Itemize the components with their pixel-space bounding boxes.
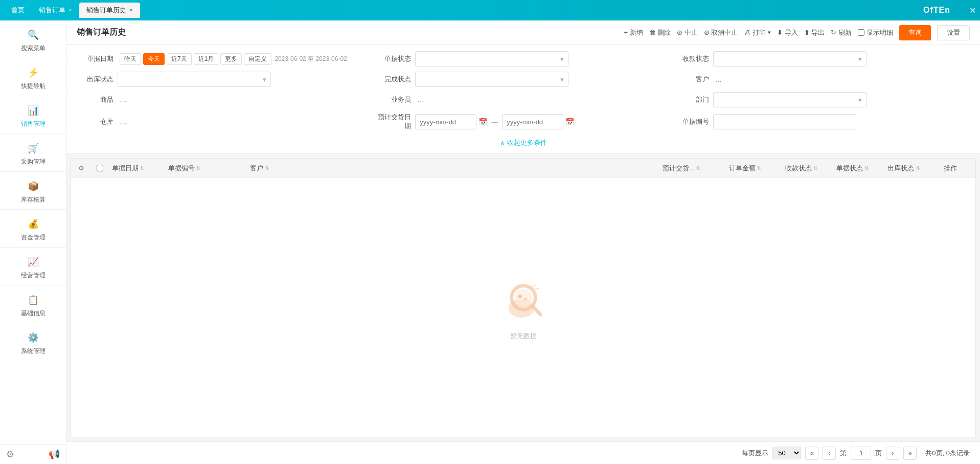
filter-row-3: 商品 ... 业务员 ... 部门 ▾: [77, 92, 970, 107]
collapse-label: 收起更多条件: [507, 138, 547, 147]
th-doc-no[interactable]: 单据编号 ⇅: [165, 164, 247, 173]
department-select[interactable]: ▾: [713, 92, 867, 107]
complete-status-label: 完成状态: [374, 75, 415, 84]
th-checkbox[interactable]: [94, 165, 109, 171]
customer-dots[interactable]: ...: [713, 75, 724, 84]
customer-label: 客户: [672, 75, 713, 84]
th-settings[interactable]: ⚙: [75, 164, 94, 172]
th-doc-status-sort: ⇅: [864, 165, 869, 171]
sidebar: 🔍 搜索菜单 ⚡ 快捷导航 📊 销售管理 🛒 采购管理 📦 库存核算 💰 资金管…: [0, 20, 66, 464]
tab-sales-order-history-close[interactable]: ×: [129, 7, 133, 14]
expected-delivery-from[interactable]: [415, 114, 476, 129]
department-label: 部门: [672, 95, 713, 104]
system-icon: ⚙️: [26, 330, 40, 345]
tab-home-label: 首页: [11, 6, 25, 15]
complete-status-select[interactable]: ▾: [415, 72, 568, 87]
payment-status-label: 收款状态: [672, 54, 713, 63]
prev-page-btn[interactable]: ‹: [823, 447, 836, 460]
show-detail-checkbox[interactable]: 显示明细: [858, 28, 893, 37]
collapse-row[interactable]: ∧ 收起更多条件: [77, 136, 970, 147]
delete-btn[interactable]: 🗑 删除: [649, 28, 671, 37]
date-more-btn[interactable]: 更多: [220, 53, 242, 65]
refresh-btn[interactable]: ↻ 刷新: [831, 28, 852, 37]
sidebar-item-sales-mgmt-label: 销售管理: [21, 120, 45, 128]
expected-delivery-to[interactable]: [502, 114, 563, 129]
th-order-amount[interactable]: 订单金额 ⇅: [726, 164, 782, 173]
calendar-from-icon[interactable]: 📅: [478, 118, 487, 126]
doc-status-select[interactable]: ▾: [415, 51, 568, 67]
stock-out-select[interactable]: ▾: [118, 72, 271, 87]
doc-no-input[interactable]: [713, 114, 856, 129]
sidebar-item-inventory-label: 库存核算: [21, 195, 45, 204]
date-today-btn[interactable]: 今天: [143, 53, 165, 65]
tab-sales-order[interactable]: 销售订单 ×: [32, 3, 79, 18]
last-page-btn[interactable]: »: [903, 447, 917, 460]
sales-mgmt-icon: 📊: [26, 103, 40, 118]
warehouse-label: 仓库: [77, 117, 118, 126]
th-doc-status[interactable]: 单据状态 ⇅: [833, 164, 884, 173]
th-amount-sort: ⇅: [757, 165, 761, 171]
topbar-minimize[interactable]: —: [956, 7, 963, 14]
filter-row-2: 出库状态 ▾ 完成状态 ▾ 客户 ...: [77, 72, 970, 87]
date-custom-btn[interactable]: 自定义: [244, 53, 271, 65]
page-number-input[interactable]: [851, 447, 871, 460]
new-btn[interactable]: + 新增: [624, 28, 643, 37]
expected-delivery-label: 预计交货日期: [374, 113, 415, 131]
show-detail-check[interactable]: [858, 29, 864, 36]
date-7days-btn[interactable]: 近7天: [167, 53, 192, 65]
th-doc-date[interactable]: 单据日期 ⇅: [109, 164, 165, 173]
page-size-select[interactable]: 50 10 20 100: [772, 447, 801, 459]
th-doc-date-sort: ⇅: [140, 165, 144, 171]
sidebar-speaker-icon[interactable]: 📢: [49, 449, 60, 460]
sidebar-item-purchase-mgmt[interactable]: 🛒 采购管理: [0, 134, 66, 172]
sidebar-settings-icon[interactable]: ⚙: [6, 449, 14, 460]
th-doc-status-label: 单据状态: [836, 164, 863, 173]
sidebar-item-base-info[interactable]: 📋 基础信息: [0, 285, 66, 323]
payment-status-select[interactable]: ▾: [713, 51, 867, 67]
toolbar: + 新增 🗑 删除 ⊘ 中止 ⊘ 取消中止 🖨 打印 ⬇ 导入 ⬆ 导出 ↻ 刷…: [624, 25, 970, 40]
topbar-close[interactable]: ✕: [969, 6, 976, 15]
svg-point-5: [524, 298, 527, 300]
sidebar-item-quick-nav[interactable]: ⚡ 快捷导航: [0, 58, 66, 96]
main-layout: 🔍 搜索菜单 ⚡ 快捷导航 📊 销售管理 🛒 采购管理 📦 库存核算 💰 资金管…: [0, 20, 980, 464]
next-page-btn[interactable]: ›: [886, 447, 899, 460]
tab-home[interactable]: 首页: [4, 3, 32, 18]
collapse-up-icon: ∧: [500, 139, 505, 147]
sidebar-item-system[interactable]: ⚙️ 系统管理: [0, 323, 66, 361]
page-size-label: 每页显示: [742, 449, 768, 458]
import-btn[interactable]: ⬇ 导入: [777, 28, 798, 37]
calendar-to-icon[interactable]: 📅: [565, 118, 574, 126]
th-customer[interactable]: 客户 ⇅: [247, 164, 659, 173]
export-btn[interactable]: ⬆ 导出: [804, 28, 825, 37]
sidebar-item-finance[interactable]: 💰 资金管理: [0, 210, 66, 248]
th-expected-delivery[interactable]: 预计交货... ⇅: [659, 164, 726, 173]
date-1month-btn[interactable]: 近1月: [194, 53, 219, 65]
date-yesterday-btn[interactable]: 昨天: [120, 53, 141, 65]
salesperson-dots[interactable]: ...: [415, 95, 426, 104]
tab-sales-order-close[interactable]: ×: [69, 7, 72, 14]
doc-status-label: 单据状态: [374, 54, 415, 63]
cancel-stop-btn[interactable]: ⊘ 取消中止: [704, 28, 738, 37]
th-payment-status[interactable]: 收款状态 ⇅: [782, 164, 833, 173]
warehouse-dots[interactable]: ...: [118, 117, 128, 126]
doc-date-label: 单据日期: [77, 54, 118, 63]
sidebar-item-inventory[interactable]: 📦 库存核算: [0, 172, 66, 210]
show-detail-label: 显示明细: [867, 28, 893, 37]
tab-sales-order-history[interactable]: 销售订单历史 ×: [79, 3, 140, 18]
empty-text: 暂无数据: [510, 332, 537, 341]
goods-dots[interactable]: ...: [118, 95, 128, 104]
first-page-btn[interactable]: «: [805, 447, 818, 460]
query-button[interactable]: 查询: [899, 25, 931, 40]
sidebar-item-sales-mgmt[interactable]: 📊 销售管理: [0, 96, 66, 134]
sidebar-item-operations[interactable]: 📈 经营管理: [0, 248, 66, 285]
page-header: 销售订单历史 + 新增 🗑 删除 ⊘ 中止 ⊘ 取消中止 🖨 打印 ⬇ 导入 ⬆…: [66, 20, 980, 45]
stop-btn[interactable]: ⊘ 中止: [677, 28, 698, 37]
th-customer-label: 客户: [250, 164, 263, 173]
select-all-checkbox[interactable]: [97, 165, 103, 171]
empty-icon: [498, 274, 549, 325]
th-stock-out-status[interactable]: 出库状态 ⇅: [884, 164, 941, 173]
sidebar-item-search-menu[interactable]: 🔍 搜索菜单: [0, 20, 66, 58]
set-button[interactable]: 设置: [937, 25, 970, 40]
print-btn[interactable]: 🖨 打印: [744, 28, 771, 37]
filter-col-expected-delivery: 预计交货日期 📅 — 📅: [374, 113, 672, 131]
